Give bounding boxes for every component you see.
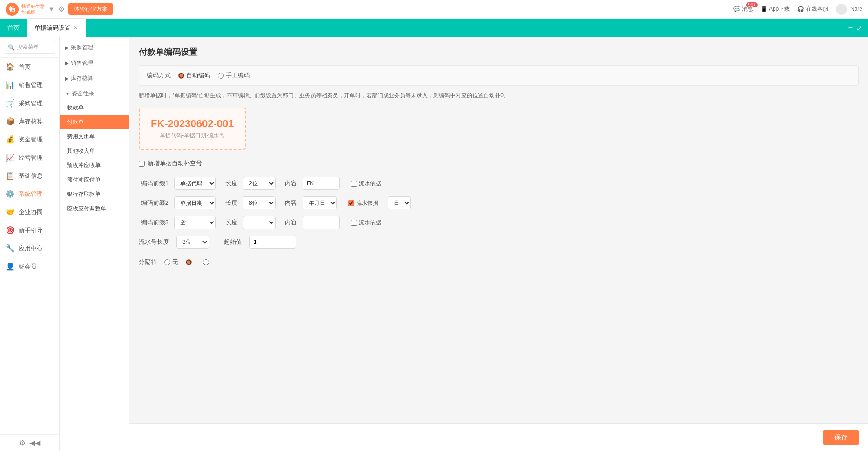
sidebar-item-home[interactable]: 🏠 首页 xyxy=(0,58,59,76)
sub-header-capital[interactable]: ▼ 资金往来 xyxy=(60,87,129,101)
auto-encoding-radio[interactable] xyxy=(178,73,184,79)
nav-bar-right: − ⤢ xyxy=(848,24,868,33)
prefix2-select[interactable]: 单据日期 单据代码 部门 业务员 空 xyxy=(174,196,216,209)
sidebar-item-enterprise[interactable]: 🤝 企业协同 xyxy=(0,203,59,221)
stream3-checkbox[interactable] xyxy=(351,220,357,226)
user-info[interactable]: Nare xyxy=(836,4,862,15)
length1-select[interactable]: 2位 xyxy=(243,177,276,190)
operations-icon: 📈 xyxy=(6,153,15,162)
sub-item-advance-offset[interactable]: 预付冲应付单 xyxy=(60,173,129,187)
manual-encoding-option[interactable]: 手工编码 xyxy=(218,71,250,80)
save-button[interactable]: 保存 xyxy=(823,430,859,445)
settings-icon[interactable]: ⚙ xyxy=(58,5,65,13)
prefix-row-1: 编码前缀1 单据代码 单据日期 部门 业务员 空 长度 2位 内容 流水依据 xyxy=(139,177,859,190)
search-button[interactable]: 🔍 搜索菜单 xyxy=(4,41,55,54)
sep-dot-radio[interactable] xyxy=(186,259,192,265)
sub-item-expense[interactable]: 费用支出单 xyxy=(60,129,129,144)
sub-header-purchase-label: 采购管理 xyxy=(71,44,93,52)
collapse-icon[interactable]: ◀◀ xyxy=(29,438,40,447)
prefix2-label: 编码前缀2 xyxy=(139,199,168,207)
sub-item-prepay-offset[interactable]: 预收冲应收单 xyxy=(60,158,129,173)
arrow-icon: ▶ xyxy=(65,76,69,81)
enterprise-icon: 🤝 xyxy=(6,208,15,216)
stream2-checkbox-label[interactable]: 流水依据 xyxy=(348,199,378,207)
stream2-day-select[interactable]: 日 月 年 xyxy=(388,196,411,209)
app-center-icon: 🔧 xyxy=(6,244,15,253)
manual-encoding-radio[interactable] xyxy=(218,73,224,79)
sub-item-bank-deposit[interactable]: 银行存取款单 xyxy=(60,187,129,202)
nav-tabs-bar: 首页 单据编码设置 ✕ − ⤢ xyxy=(0,19,868,37)
sidebar-label-guide: 新手引导 xyxy=(19,226,43,235)
stream2-label: 流水依据 xyxy=(356,199,378,207)
serial-select[interactable]: 3位 4位 5位 xyxy=(176,236,209,249)
sep-dot2-option[interactable]: · xyxy=(203,259,213,266)
stream1-checkbox[interactable] xyxy=(351,181,357,187)
dropdown-arrow-icon[interactable]: ▼ xyxy=(48,6,54,13)
sub-item-receipt[interactable]: 收款单 xyxy=(60,101,129,115)
stream3-label: 流水依据 xyxy=(359,219,381,227)
stream1-checkbox-label[interactable]: 流水依据 xyxy=(351,180,381,188)
sidebar-item-app-center[interactable]: 🔧 应用中心 xyxy=(0,239,59,257)
sidebar-item-inventory[interactable]: 📦 库存核算 xyxy=(0,112,59,130)
sidebar-item-member[interactable]: 👤 畅会员 xyxy=(0,257,59,276)
sidebar-item-sales[interactable]: 📊 销售管理 xyxy=(0,76,59,94)
code-preview-sub: 单据代码-单据日期-流水号 xyxy=(151,132,234,140)
sep-dot2-radio[interactable] xyxy=(203,259,209,265)
sidebar-item-system[interactable]: ⚙️ 系统管理 xyxy=(0,185,59,203)
sub-header-sales-label: 销售管理 xyxy=(71,59,93,67)
length2-label: 长度 xyxy=(225,199,237,207)
settings-bottom-icon[interactable]: ⚙ xyxy=(19,438,26,447)
content3-label: 内容 xyxy=(285,218,297,227)
auto-fill-checkbox[interactable] xyxy=(139,161,145,167)
try-button[interactable]: 体验行业方案 xyxy=(68,3,113,15)
avatar xyxy=(836,4,847,15)
sidebar-item-guide[interactable]: 🎯 新手引导 xyxy=(0,221,59,239)
search-icon: 🔍 xyxy=(8,44,15,51)
content-area: 付款单编码设置 编码方式 自动编码 手工编码 新增单据时，*单据编码*自动生成，… xyxy=(129,37,868,451)
stream3-checkbox-label[interactable]: 流水依据 xyxy=(351,219,381,227)
stream2-checkbox[interactable] xyxy=(348,200,354,206)
online-service[interactable]: 🎧 在线客服 xyxy=(797,5,828,13)
sub-item-payment[interactable]: 付款单 xyxy=(60,115,129,129)
minimize-icon[interactable]: − xyxy=(848,24,853,32)
length3-select[interactable] xyxy=(243,216,276,229)
sub-header-sales[interactable]: ▶ 销售管理 xyxy=(60,56,129,70)
sep-dot-option[interactable]: · xyxy=(186,259,195,266)
start-input[interactable] xyxy=(249,236,296,249)
length1-label: 长度 xyxy=(225,179,237,188)
message-area[interactable]: 💬 消息 99+ xyxy=(733,5,753,13)
sidebar-item-finance[interactable]: 💰 资金管理 xyxy=(0,130,59,148)
content2-select[interactable]: 年月日 年月 年 xyxy=(303,196,337,209)
length2-select[interactable]: 8位 xyxy=(243,196,276,209)
tab-home[interactable]: 首页 xyxy=(0,19,27,37)
sidebar-item-operations[interactable]: 📈 经营管理 xyxy=(0,148,59,167)
sub-header-inventory[interactable]: ▶ 库存核算 xyxy=(60,72,129,85)
arrow-icon: ▶ xyxy=(65,61,69,66)
sidebar-item-basic-info[interactable]: 📋 基础信息 xyxy=(0,167,59,185)
sep-dot2-label: · xyxy=(211,259,213,266)
content1-input[interactable] xyxy=(303,177,340,190)
close-tab-icon[interactable]: ✕ xyxy=(74,25,78,31)
sub-header-purchase[interactable]: ▶ 采购管理 xyxy=(60,41,129,54)
sep-none-option[interactable]: 无 xyxy=(164,258,178,266)
sidebar-item-purchase[interactable]: 🛒 采购管理 xyxy=(0,94,59,112)
tab-code-settings[interactable]: 单据编码设置 ✕ xyxy=(27,19,86,37)
auto-fill-row: 新增单据自动补空号 xyxy=(139,159,859,168)
encoding-method-section: 编码方式 自动编码 手工编码 xyxy=(139,65,859,86)
prefix3-select[interactable]: 空 单据代码 单据日期 部门 业务员 xyxy=(174,216,216,229)
sub-item-ar-ap-adjust[interactable]: 应收应付调整单 xyxy=(60,202,129,216)
app-download[interactable]: 📱 App下载 xyxy=(760,5,790,13)
sidebar-label-member: 畅会员 xyxy=(19,263,37,271)
maximize-icon[interactable]: ⤢ xyxy=(856,24,862,33)
page-title: 付款单编码设置 xyxy=(139,47,859,58)
manual-encoding-label: 手工编码 xyxy=(226,71,250,80)
info-text: 新增单据时，*单据编码*自动生成，不可编辑。前缀设置为部门、业务员等档案类，开单… xyxy=(139,91,859,100)
sub-item-other-income[interactable]: 其他收入单 xyxy=(60,144,129,158)
sub-sidebar: ▶ 采购管理 ▶ 销售管理 ▶ 库存核算 ▼ 资金往来 收款单 付款单 费用支出… xyxy=(60,37,129,451)
auto-encoding-option[interactable]: 自动编码 xyxy=(178,71,210,80)
sidebar-label-sales: 销售管理 xyxy=(19,81,43,89)
encoding-radio-group: 自动编码 手工编码 xyxy=(178,71,250,80)
content3-input[interactable] xyxy=(303,216,340,229)
sep-none-radio[interactable] xyxy=(164,259,170,265)
prefix1-select[interactable]: 单据代码 单据日期 部门 业务员 空 xyxy=(174,177,216,190)
